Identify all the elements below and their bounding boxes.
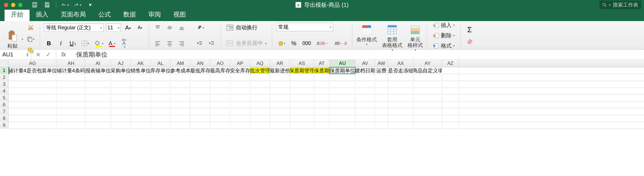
cell[interactable] <box>171 88 190 94</box>
increase-decimal-button[interactable]: .0.00→ <box>315 38 330 48</box>
cell[interactable] <box>330 108 355 115</box>
cell[interactable] <box>9 81 57 87</box>
column-header[interactable]: AU <box>330 60 355 67</box>
cell[interactable] <box>355 88 375 94</box>
cell[interactable] <box>290 88 314 94</box>
cell[interactable] <box>330 122 355 128</box>
cell[interactable] <box>57 95 85 101</box>
cell[interactable] <box>250 122 270 128</box>
worksheet-grid[interactable]: AGAHAIAJAKALAMANAOAPAQARASATAUAVAWAXAYAZ… <box>0 60 644 129</box>
conditional-formatting-button[interactable]: 条件格式 ▾ <box>356 23 377 46</box>
cell[interactable] <box>57 115 85 122</box>
paste-dropdown-icon[interactable]: ▾ <box>22 38 23 41</box>
cell[interactable] <box>230 115 250 122</box>
cell[interactable] <box>111 74 131 81</box>
cell[interactable] <box>111 95 131 101</box>
column-header[interactable]: AZ <box>442 60 459 67</box>
cell[interactable] <box>330 74 355 81</box>
cell[interactable] <box>290 122 314 128</box>
phonetic-guide-button[interactable]: abcA▾ <box>119 38 129 48</box>
column-header[interactable]: AY <box>414 60 442 67</box>
qat-customize-icon[interactable]: ▾ <box>86 1 94 9</box>
cell[interactable] <box>230 108 250 115</box>
cell[interactable]: 采购单位 <box>111 67 131 74</box>
cell[interactable] <box>190 74 210 81</box>
cell[interactable] <box>250 74 270 81</box>
cut-button[interactable] <box>25 23 36 32</box>
font-color-button[interactable]: A▾ <box>107 38 117 48</box>
cell[interactable] <box>442 101 459 108</box>
cell[interactable] <box>388 81 414 87</box>
column-header[interactable]: AL <box>151 60 171 67</box>
cell[interactable] <box>314 95 330 101</box>
tab-view[interactable]: 视图 <box>167 9 192 21</box>
cell[interactable] <box>57 81 85 87</box>
cell[interactable] <box>9 95 57 101</box>
cell[interactable]: 辅计量4是否包装单位 <box>9 67 57 74</box>
cell[interactable] <box>250 88 270 94</box>
cell[interactable] <box>314 115 330 122</box>
cell[interactable] <box>250 95 270 101</box>
cell[interactable] <box>85 74 111 81</box>
row-header[interactable]: 8 <box>0 115 9 122</box>
cell[interactable] <box>111 81 131 87</box>
cell[interactable] <box>85 108 111 115</box>
cell[interactable] <box>151 88 171 94</box>
cell[interactable] <box>388 74 414 81</box>
increase-font-button[interactable]: A▴ <box>123 23 133 32</box>
cell[interactable] <box>131 108 151 115</box>
align-center-button[interactable] <box>165 38 174 48</box>
cell[interactable] <box>131 122 151 128</box>
cell[interactable] <box>270 115 290 122</box>
underline-button[interactable]: U▾ <box>68 38 78 48</box>
cell[interactable] <box>190 95 210 101</box>
cell[interactable] <box>9 122 57 128</box>
cell[interactable] <box>290 95 314 101</box>
cell[interactable] <box>442 122 459 128</box>
cell[interactable] <box>270 81 290 87</box>
cell[interactable] <box>131 115 151 122</box>
cell[interactable] <box>442 95 459 101</box>
row-header[interactable]: 6 <box>0 101 9 108</box>
column-header[interactable]: AH <box>57 60 85 67</box>
cell[interactable] <box>171 108 190 115</box>
cell[interactable] <box>414 122 442 128</box>
cell[interactable] <box>151 101 171 108</box>
cell[interactable] <box>111 115 131 122</box>
cell[interactable] <box>230 95 250 101</box>
cell[interactable] <box>85 88 111 94</box>
cell[interactable] <box>314 101 330 108</box>
cell[interactable] <box>388 108 414 115</box>
cell[interactable] <box>131 81 151 87</box>
decrease-indent-button[interactable] <box>195 38 205 48</box>
cell[interactable] <box>85 115 111 122</box>
column-header[interactable]: AG <box>9 60 57 67</box>
formula-input[interactable] <box>74 51 644 58</box>
cell[interactable] <box>314 122 330 128</box>
cell[interactable]: 批次管理 <box>250 67 270 74</box>
cell[interactable] <box>388 122 414 128</box>
wrap-text-button[interactable]: 自动换行 <box>225 23 259 32</box>
cell[interactable] <box>355 101 375 108</box>
cell[interactable] <box>442 74 459 81</box>
cell[interactable] <box>250 115 270 122</box>
cell[interactable] <box>9 74 57 81</box>
row-header[interactable]: 4 <box>0 88 9 94</box>
cell[interactable] <box>230 81 250 87</box>
cell[interactable] <box>111 88 131 94</box>
minimize-icon[interactable] <box>11 3 15 7</box>
cell[interactable] <box>131 88 151 94</box>
column-header[interactable]: AI <box>85 60 111 67</box>
column-header[interactable]: AS <box>290 60 314 67</box>
align-middle-button[interactable] <box>165 23 174 32</box>
column-header[interactable]: AR <box>270 60 290 67</box>
column-header[interactable]: AO <box>210 60 230 67</box>
cell[interactable] <box>414 101 442 108</box>
insert-cells-button[interactable]: 插入▾ <box>431 21 456 30</box>
cell[interactable] <box>388 101 414 108</box>
cell[interactable] <box>442 81 459 87</box>
cell[interactable] <box>210 81 230 87</box>
increase-indent-button[interactable] <box>207 38 217 48</box>
cell[interactable] <box>57 101 85 108</box>
cell[interactable] <box>330 81 355 87</box>
